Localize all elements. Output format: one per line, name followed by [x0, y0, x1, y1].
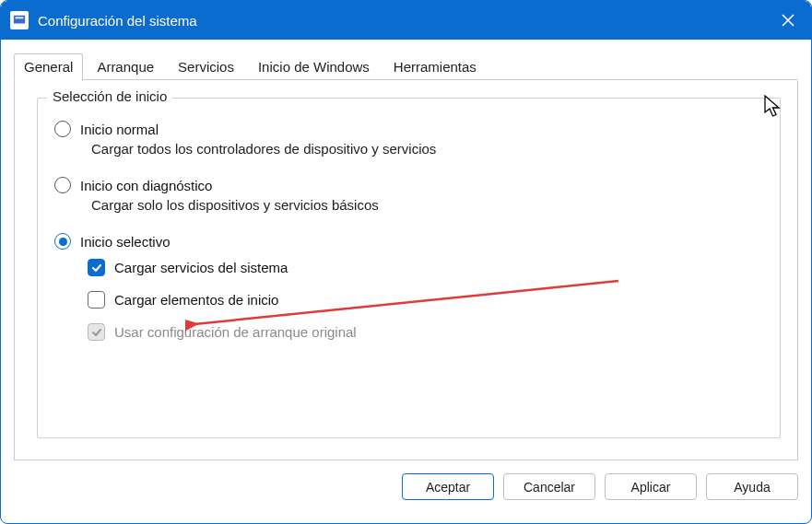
tab-panel-general: Selección de inicio Inicio normal Cargar…: [14, 81, 798, 460]
radio-inicio-diagnostico[interactable]: Inicio con diagnóstico: [54, 173, 763, 195]
checkbox-label: Usar configuración de arranque original: [114, 324, 357, 340]
radio-label: Inicio selectivo: [80, 234, 171, 250]
close-button[interactable]: [765, 1, 811, 40]
tab-underline: [14, 79, 798, 80]
checkbox-label: Cargar servicios del sistema: [114, 260, 288, 275]
checkbox-icon: [88, 291, 105, 309]
radio-label: Inicio con diagnóstico: [80, 178, 212, 193]
group-legend: Selección de inicio: [47, 88, 172, 104]
radio-inicio-selectivo[interactable]: Inicio selectivo: [54, 229, 763, 251]
check-cargar-elementos[interactable]: Cargar elementos de inicio: [88, 284, 763, 316]
tab-inicio-windows[interactable]: Inicio de Windows: [248, 53, 380, 81]
window-title: Configuración del sistema: [38, 13, 197, 29]
selective-checks: Cargar servicios del sistema Cargar elem…: [54, 251, 763, 348]
help-button[interactable]: Ayuda: [706, 473, 798, 500]
checkbox-icon: [88, 259, 105, 276]
tab-arranque[interactable]: Arranque: [87, 53, 164, 81]
radio-icon: [54, 121, 71, 137]
tabstrip: General Arranque Servicios Inicio de Win…: [1, 40, 811, 80]
dialog-buttons: Aceptar Cancelar Aplicar Ayuda: [1, 473, 811, 500]
radio-icon: [54, 233, 71, 250]
accept-button[interactable]: Aceptar: [402, 473, 494, 500]
checkbox-label: Cargar elementos de inicio: [114, 292, 278, 308]
tab-herramientas[interactable]: Herramientas: [383, 53, 487, 81]
radio-desc-diagnostico: Cargar solo los dispositivos y servicios…: [54, 195, 763, 229]
close-icon: [782, 14, 794, 27]
radio-label: Inicio normal: [80, 122, 159, 137]
titlebar: Configuración del sistema: [1, 1, 811, 40]
svg-rect-0: [14, 16, 25, 24]
radio-icon: [54, 177, 71, 193]
svg-rect-1: [16, 17, 24, 19]
radio-inicio-normal[interactable]: Inicio normal: [54, 117, 763, 139]
tab-servicios[interactable]: Servicios: [168, 53, 244, 81]
radio-desc-normal: Cargar todos los controladores de dispos…: [54, 139, 763, 173]
check-usar-config-original: Usar configuración de arranque original: [88, 316, 763, 348]
apply-button[interactable]: Aplicar: [605, 473, 697, 500]
check-cargar-servicios[interactable]: Cargar servicios del sistema: [88, 251, 763, 284]
group-seleccion-inicio: Selección de inicio Inicio normal Cargar…: [37, 98, 781, 438]
cancel-button[interactable]: Cancelar: [503, 473, 595, 500]
checkbox-icon: [88, 323, 105, 341]
app-icon: [10, 11, 29, 29]
tab-general[interactable]: General: [14, 53, 83, 81]
